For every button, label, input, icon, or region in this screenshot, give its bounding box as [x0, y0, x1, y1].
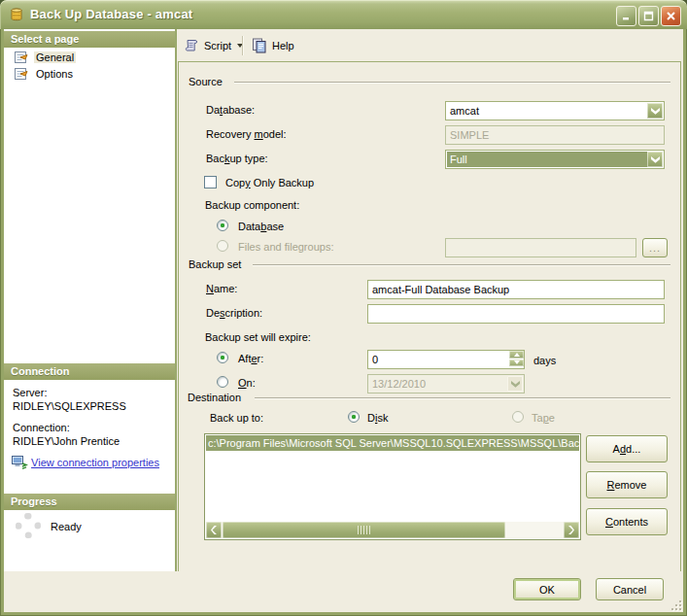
- spin-up-icon[interactable]: [509, 351, 524, 359]
- contents-button-label: Contents: [605, 516, 648, 528]
- chevron-down-icon[interactable]: [647, 152, 663, 167]
- window-title: Back Up Database - amcat: [30, 7, 192, 21]
- tape-radio: [512, 411, 524, 423]
- maximize-button[interactable]: [638, 6, 659, 26]
- script-button[interactable]: Script: [179, 34, 247, 57]
- expire-label: Backup set will expire:: [205, 331, 311, 343]
- connection-properties-icon: [11, 455, 28, 470]
- copy-only-backup-checkbox[interactable]: [204, 176, 217, 188]
- on-radio-label[interactable]: On:: [238, 377, 256, 389]
- disk-radio[interactable]: [348, 411, 360, 423]
- script-label: Script: [204, 40, 231, 51]
- recovery-model-label: Recovery model:: [206, 128, 287, 140]
- page-icon: [13, 50, 28, 65]
- minimize-button[interactable]: [616, 6, 636, 26]
- title-bar[interactable]: Back Up Database - amcat: [0, 0, 687, 29]
- source-group-caption: Source: [189, 76, 223, 87]
- server-label: Server:: [13, 387, 47, 398]
- server-value: RIDLEY\SQLEXPRESS: [13, 400, 126, 412]
- sidebar: Select a page General Options Connection…: [4, 29, 176, 571]
- cancel-button-label: Cancel: [613, 584, 646, 596]
- files-filegroups-label: Files and filegroups:: [238, 241, 333, 253]
- recovery-model-field: [445, 125, 665, 145]
- on-date-value: 13/12/2010: [369, 376, 506, 392]
- backup-type-combobox-value: Full: [447, 152, 647, 167]
- toolbar-separator: [242, 36, 243, 55]
- minimize-icon: [621, 11, 632, 21]
- browse-button-label: ...: [649, 242, 661, 254]
- copy-only-backup-label[interactable]: Copy Only Backup: [225, 177, 314, 188]
- after-days-field[interactable]: [367, 350, 525, 369]
- connection-header: Connection: [4, 363, 175, 380]
- backup-component-label: Backup component:: [205, 199, 299, 211]
- scroll-right-icon[interactable]: [564, 522, 579, 538]
- backup-to-label: Back up to:: [210, 412, 263, 424]
- after-radio-label[interactable]: After:: [238, 353, 263, 364]
- scrollbar-grip: [358, 526, 371, 534]
- progress-header: Progress: [4, 494, 175, 510]
- spin-down-icon[interactable]: [509, 359, 524, 367]
- backup-database-dialog: Back Up Database - amcat Select a page G…: [0, 0, 687, 616]
- help-label: Help: [272, 40, 294, 51]
- after-spinner[interactable]: [367, 350, 525, 369]
- browse-button[interactable]: ...: [642, 238, 668, 257]
- view-connection-properties-link[interactable]: View connection properties: [31, 457, 159, 468]
- progress-spinner-icon: [16, 513, 41, 538]
- destination-group-caption: Destination: [188, 392, 241, 403]
- database-icon: [9, 7, 24, 22]
- backup-type-combobox[interactable]: Full: [445, 150, 665, 169]
- disk-radio-label[interactable]: Disk: [367, 412, 388, 424]
- on-radio[interactable]: [217, 376, 228, 388]
- contents-button[interactable]: Contents: [586, 508, 668, 535]
- database-radio-label[interactable]: Database: [238, 221, 284, 232]
- name-label: Name:: [206, 283, 237, 294]
- destination-group-line: [255, 397, 670, 399]
- name-field[interactable]: [367, 280, 665, 299]
- days-unit-label: days: [533, 355, 556, 366]
- source-group-line: [234, 82, 670, 84]
- connection-value: RIDLEY\John Prentice: [13, 435, 120, 447]
- resize-grip[interactable]: [670, 599, 681, 610]
- scrollbar-thumb[interactable]: [223, 522, 505, 538]
- scroll-left-icon[interactable]: [206, 522, 222, 538]
- toolbar: Script Help: [177, 32, 683, 59]
- tape-radio-label: Tape: [532, 412, 555, 424]
- sidebar-item-options[interactable]: Options: [4, 66, 175, 83]
- database-combobox-value: amcat: [447, 103, 646, 119]
- remove-button-label: Remove: [607, 479, 647, 491]
- sidebar-item-label: General: [34, 51, 76, 63]
- database-label: Database:: [206, 104, 255, 116]
- connection-label: Connection:: [13, 422, 70, 433]
- chevron-down-icon[interactable]: [647, 103, 663, 119]
- cancel-button[interactable]: Cancel: [596, 578, 664, 600]
- ok-button-label: OK: [539, 584, 555, 596]
- database-combobox[interactable]: amcat: [445, 101, 665, 120]
- backup-set-group-caption: Backup set: [189, 258, 241, 270]
- destination-listbox[interactable]: c:\Program Files\Microsoft SQL Server\MS…: [204, 433, 581, 540]
- after-radio[interactable]: [217, 352, 228, 363]
- database-radio[interactable]: [217, 220, 228, 231]
- destination-path-item[interactable]: c:\Program Files\Microsoft SQL Server\MS…: [206, 435, 579, 451]
- maximize-icon: [643, 11, 654, 21]
- add-button[interactable]: Add...: [586, 435, 668, 462]
- help-button[interactable]: Help: [247, 34, 298, 57]
- sidebar-item-label: Options: [34, 68, 75, 80]
- chevron-down-icon: [507, 376, 523, 392]
- horizontal-scrollbar[interactable]: [206, 522, 579, 538]
- ok-button[interactable]: OK: [513, 578, 581, 600]
- files-filegroups-field: [445, 238, 636, 257]
- remove-button[interactable]: Remove: [586, 471, 668, 498]
- select-a-page-header: Select a page: [4, 31, 175, 48]
- script-icon: [183, 37, 200, 54]
- backup-set-group-line: [253, 264, 670, 266]
- help-icon: [251, 37, 268, 54]
- content-panel: Source Database: amcat Recovery model: B…: [178, 61, 681, 573]
- on-date-combobox: 13/12/2010: [367, 374, 525, 394]
- files-filegroups-radio: [217, 240, 228, 252]
- view-connection-properties-row: View connection properties: [11, 455, 159, 470]
- description-field[interactable]: [367, 304, 665, 324]
- page-icon: [13, 66, 28, 82]
- close-button[interactable]: [661, 6, 681, 26]
- close-icon: [666, 11, 676, 21]
- sidebar-item-general[interactable]: General: [4, 50, 175, 66]
